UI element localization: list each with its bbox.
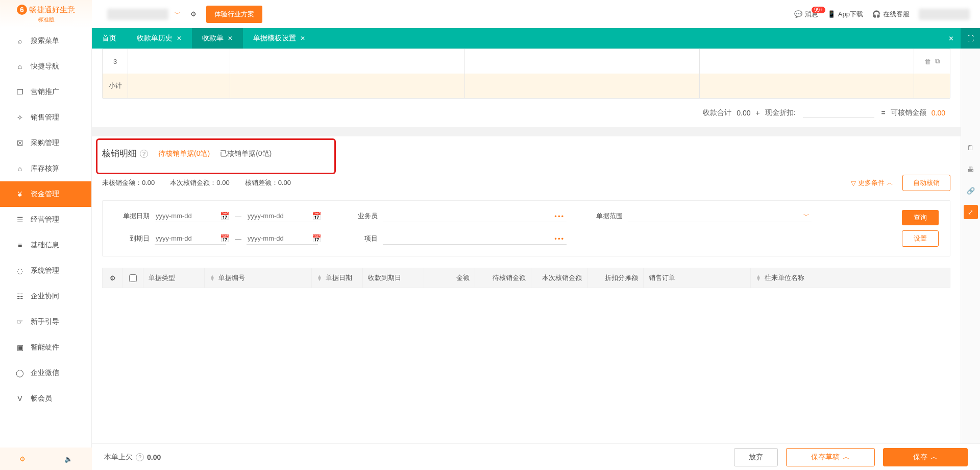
sidebar-item-6[interactable]: ¥资金管理 <box>0 181 91 207</box>
canhx-value: 0.00 <box>932 109 945 117</box>
sidebar-item-label: 新手引导 <box>31 317 59 326</box>
close-icon[interactable]: ✕ <box>228 35 233 42</box>
experience-button[interactable]: 体验行业方案 <box>206 6 262 23</box>
line-cell[interactable] <box>230 49 465 74</box>
col-camt[interactable]: 本次核销金额 <box>542 273 582 283</box>
sort-icon[interactable]: ▲▼ <box>317 275 322 281</box>
ellipsis-icon[interactable]: ••• <box>554 235 565 243</box>
sidebar-item-11[interactable]: ☞新手引导 <box>0 309 91 335</box>
sidebar-item-13[interactable]: ◯企业微信 <box>0 360 91 386</box>
messages-button[interactable]: 💬 消息 99+ <box>794 10 818 19</box>
col-pamt[interactable]: 待核销金额 <box>493 273 526 283</box>
sidebar-item-label: 经营管理 <box>31 215 59 224</box>
copy-row-icon[interactable]: ⧉ <box>935 57 940 65</box>
company-selector[interactable]: ﹀ ⚙ 体验行业方案 <box>107 6 262 23</box>
tab-0[interactable]: 首页 <box>92 28 127 49</box>
sidebar-item-2[interactable]: ❐营销推广 <box>0 79 91 105</box>
tab-1[interactable]: 收款单历史✕ <box>127 28 192 49</box>
menu-icon: ≡ <box>15 241 24 250</box>
sidebar-item-10[interactable]: ☷企业协同 <box>0 284 91 309</box>
close-all-tabs-button[interactable]: ✕ <box>941 28 961 49</box>
sidebar-item-label: 基础信息 <box>31 241 59 250</box>
tab-3[interactable]: 单据模板设置✕ <box>243 28 315 49</box>
ellipsis-icon[interactable]: ••• <box>554 213 565 220</box>
menu-icon: ⌂ <box>15 164 24 173</box>
menu-icon: ☒ <box>15 138 24 148</box>
sidebar-item-label: 智能硬件 <box>31 343 59 352</box>
duedate-from-input[interactable] <box>155 232 226 245</box>
headset-icon: 🎧 <box>872 10 880 18</box>
col-code[interactable]: 单据编号 <box>218 273 245 283</box>
sidebar-item-0[interactable]: ⌕搜索菜单 <box>0 28 91 54</box>
rail-note-icon[interactable]: 🗒 <box>964 140 978 155</box>
delete-row-icon[interactable]: 🗑 <box>924 58 931 65</box>
col-disc[interactable]: 折扣分摊额 <box>605 273 638 283</box>
content-area: 3 🗑 ⧉ 小计 收款合计 0.00 + <box>92 49 961 443</box>
col-date[interactable]: 单据日期 <box>326 273 352 283</box>
logo-icon: 6 <box>17 5 27 15</box>
settings-gear-icon[interactable]: ⚙ <box>187 8 200 21</box>
more-conditions-toggle[interactable]: ▽ 更多条件 ︿ <box>851 178 893 187</box>
sidebar-footer: ⚙ 🔈 <box>0 448 92 470</box>
sidebar-item-4[interactable]: ☒采购管理 <box>0 130 91 156</box>
app-download-button[interactable]: 📱 App下载 <box>827 10 863 19</box>
phone-icon: 📱 <box>827 10 836 18</box>
customer-service-button[interactable]: 🎧 在线客服 <box>872 10 910 19</box>
salesperson-input[interactable] <box>383 210 567 222</box>
help-icon[interactable]: ? <box>136 453 144 461</box>
sidebar-item-12[interactable]: ▣智能硬件 <box>0 335 91 360</box>
table-settings-icon[interactable]: ⚙ <box>103 268 123 288</box>
gear-icon[interactable]: ⚙ <box>19 455 26 463</box>
rail-link-icon[interactable]: 🔗 <box>964 183 978 198</box>
query-button[interactable]: 查询 <box>902 210 939 225</box>
logo[interactable]: 6 畅捷通好生意 标准版 <box>0 0 92 28</box>
rail-print-icon[interactable]: 🖶 <box>964 162 978 176</box>
docdate-from-input[interactable] <box>155 210 226 222</box>
close-icon[interactable]: ✕ <box>177 35 182 42</box>
col-due[interactable]: 收款到期日 <box>368 273 401 283</box>
tab-pending-docs[interactable]: 待核销单据(0笔) <box>158 149 210 158</box>
fullscreen-button[interactable]: ⛶ <box>961 28 980 49</box>
line-cell[interactable] <box>128 49 230 74</box>
sound-icon[interactable]: 🔈 <box>64 455 72 463</box>
help-icon[interactable]: ? <box>140 150 148 158</box>
sidebar-item-7[interactable]: ☰经营管理 <box>0 207 91 232</box>
sidebar-item-1[interactable]: ⌂快捷导航 <box>0 54 91 79</box>
sum-label: 收款合计 <box>703 108 731 118</box>
messages-badge: 99+ <box>812 7 825 13</box>
select-all-checkbox[interactable] <box>123 268 143 288</box>
close-icon[interactable]: ✕ <box>300 35 305 42</box>
sidebar: ⌕搜索菜单⌂快捷导航❐营销推广✧销售管理☒采购管理⌂库存核算¥资金管理☰经营管理… <box>0 28 92 470</box>
duedate-to-input[interactable] <box>247 232 318 245</box>
col-type[interactable]: 单据类型 <box>149 273 175 283</box>
scope-select[interactable] <box>628 210 812 222</box>
project-input[interactable] <box>383 232 567 245</box>
sidebar-item-5[interactable]: ⌂库存核算 <box>0 156 91 181</box>
save-draft-button[interactable]: 保存草稿︿ <box>786 448 875 466</box>
discard-button[interactable]: 放弃 <box>734 448 778 466</box>
rail-expand-icon[interactable]: ⤢ <box>964 205 978 219</box>
sidebar-item-3[interactable]: ✧销售管理 <box>0 105 91 130</box>
sidebar-item-label: 资金管理 <box>31 190 59 199</box>
tab-2[interactable]: 收款单✕ <box>192 28 243 49</box>
section-divider <box>92 127 961 136</box>
project-label: 项目 <box>342 234 378 243</box>
line-cell[interactable] <box>700 49 914 74</box>
sidebar-item-8[interactable]: ≡基础信息 <box>0 232 91 258</box>
line-cell[interactable] <box>465 49 700 74</box>
save-button[interactable]: 保存︿ <box>883 448 968 466</box>
docdate-to-input[interactable] <box>247 210 318 222</box>
tab-done-docs[interactable]: 已核销单据(0笔) <box>220 149 272 158</box>
auto-writeoff-button[interactable]: 自动核销 <box>902 175 950 191</box>
cash-discount-input[interactable] <box>803 108 874 118</box>
col-unit[interactable]: 往来单位名称 <box>765 273 804 283</box>
sidebar-item-label: 系统管理 <box>31 266 59 275</box>
sort-icon[interactable]: ▲▼ <box>210 275 215 281</box>
sidebar-item-14[interactable]: V畅会员 <box>0 386 91 411</box>
col-amt[interactable]: 金额 <box>456 273 470 283</box>
sort-icon[interactable]: ▲▼ <box>756 275 761 281</box>
sidebar-item-9[interactable]: ◌系统管理 <box>0 258 91 284</box>
user-menu-blurred[interactable] <box>919 9 970 20</box>
filter-settings-button[interactable]: 设置 <box>902 230 939 247</box>
col-order[interactable]: 销售订单 <box>649 273 675 283</box>
